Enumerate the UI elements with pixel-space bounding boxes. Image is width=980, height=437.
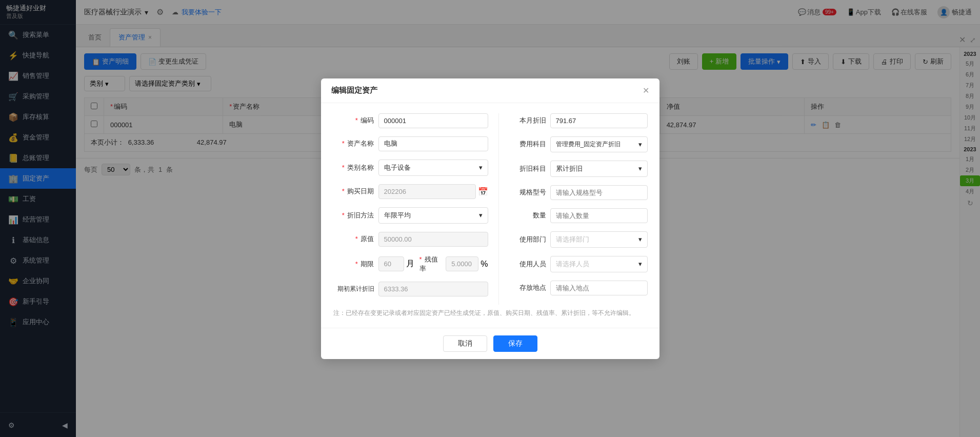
dep-account-icon: ▾	[638, 165, 642, 172]
person-placeholder: 请选择人员	[556, 260, 589, 269]
quantity-input[interactable]	[550, 208, 648, 223]
modal-footer: 取消 保存	[321, 328, 659, 359]
category-select[interactable]: 电子设备 ▾	[378, 160, 488, 176]
form-row-department: 使用部门 请选择部门 ▾	[505, 231, 648, 248]
original-value-input[interactable]	[378, 232, 488, 247]
form-row-original-value: * 原值	[333, 232, 488, 247]
department-placeholder: 请选择部门	[556, 235, 589, 244]
dep-account-select[interactable]: 累计折旧 ▾	[550, 161, 648, 177]
modal-title: 编辑固定资产	[331, 86, 377, 95]
period-label: * 期限	[333, 260, 374, 269]
department-select[interactable]: 请选择部门 ▾	[550, 231, 648, 248]
modal-close-button[interactable]: ✕	[643, 86, 649, 95]
form-row-initial-dep: 期初累计折旧	[333, 282, 488, 296]
original-value-label: * 原值	[333, 234, 374, 244]
spec-input[interactable]	[550, 185, 648, 200]
initial-dep-label: 期初累计折旧	[333, 285, 374, 293]
location-input[interactable]	[550, 281, 648, 295]
modal-note: 注：已经存在变更记录或者对应固定资产已经生成凭证，原值、购买日期、残值率、累计折…	[333, 309, 647, 317]
purchase-date-label: * 购买日期	[333, 187, 374, 196]
modal-header: 编辑固定资产 ✕	[321, 78, 659, 103]
form-row-location: 存放地点	[505, 281, 648, 295]
purchase-date-input[interactable]	[378, 184, 476, 199]
monthly-dep-input[interactable]	[550, 113, 648, 128]
expense-account-select[interactable]: 管理费用_固定资产折旧 ▾	[550, 136, 648, 152]
form-row-expense-account: 费用科目 管理费用_固定资产折旧 ▾	[505, 136, 648, 152]
dep-account-label: 折旧科目	[505, 164, 546, 173]
dep-method-value: 年限平均	[384, 211, 411, 220]
period-input[interactable]	[378, 256, 404, 271]
category-value: 电子设备	[384, 163, 411, 172]
expense-account-label: 费用科目	[505, 140, 546, 149]
cancel-button[interactable]: 取消	[443, 335, 487, 352]
monthly-dep-label: 本月折旧	[505, 116, 546, 125]
expense-account-icon: ▾	[638, 141, 642, 148]
dep-method-label: * 折旧方法	[333, 211, 374, 220]
quantity-label: 数量	[505, 211, 546, 220]
form-row-period: * 期限 月 * 残值率 %	[333, 255, 488, 273]
dep-method-icon: ▾	[479, 211, 483, 219]
modal-overlay: 编辑固定资产 ✕ * 编码 * 资产名称	[0, 0, 980, 437]
location-label: 存放地点	[505, 283, 546, 292]
expense-account-value: 管理费用_固定资产折旧	[556, 140, 621, 149]
category-label: * 类别名称	[333, 163, 374, 172]
dep-account-value: 累计折旧	[556, 164, 583, 173]
code-label: * 编码	[333, 116, 374, 125]
calendar-icon[interactable]: 📅	[478, 187, 488, 196]
form-row-monthly-dep: 本月折旧	[505, 113, 648, 128]
person-label: 使用人员	[505, 260, 546, 269]
form-row-asset-name: * 资产名称	[333, 136, 488, 151]
dep-method-select[interactable]: 年限平均 ▾	[378, 207, 488, 224]
initial-dep-input[interactable]	[378, 282, 488, 296]
save-button[interactable]: 保存	[493, 335, 537, 352]
code-input[interactable]	[378, 113, 488, 128]
modal-body: * 编码 * 资产名称 * 类别名称 电子设备 ▾	[321, 103, 659, 328]
form-row-quantity: 数量	[505, 208, 648, 223]
edit-asset-modal: 编辑固定资产 ✕ * 编码 * 资产名称	[321, 78, 659, 359]
form-row-code: * 编码	[333, 113, 488, 128]
asset-name-input[interactable]	[378, 136, 488, 151]
form-row-spec: 规格型号	[505, 185, 648, 200]
period-unit: 月	[406, 259, 414, 269]
form-row-purchase-date: * 购买日期 📅	[333, 184, 488, 199]
residual-label: * 残值率	[419, 255, 444, 273]
category-select-icon: ▾	[479, 164, 483, 171]
modal-right-col: 本月折旧 费用科目 管理费用_固定资产折旧 ▾ 折旧科目	[497, 113, 648, 305]
person-icon: ▾	[638, 260, 642, 268]
asset-name-label: * 资产名称	[333, 139, 374, 148]
person-select[interactable]: 请选择人员 ▾	[550, 256, 648, 272]
form-row-person: 使用人员 请选择人员 ▾	[505, 256, 648, 272]
spec-label: 规格型号	[505, 188, 546, 197]
modal-left-col: * 编码 * 资产名称 * 类别名称 电子设备 ▾	[333, 113, 496, 305]
percent-unit: %	[481, 260, 488, 269]
form-row-category: * 类别名称 电子设备 ▾	[333, 160, 488, 176]
residual-rate-input[interactable]	[446, 256, 478, 271]
department-icon: ▾	[638, 235, 642, 243]
form-row-dep-method: * 折旧方法 年限平均 ▾	[333, 207, 488, 224]
department-label: 使用部门	[505, 235, 546, 244]
form-row-dep-account: 折旧科目 累计折旧 ▾	[505, 161, 648, 177]
